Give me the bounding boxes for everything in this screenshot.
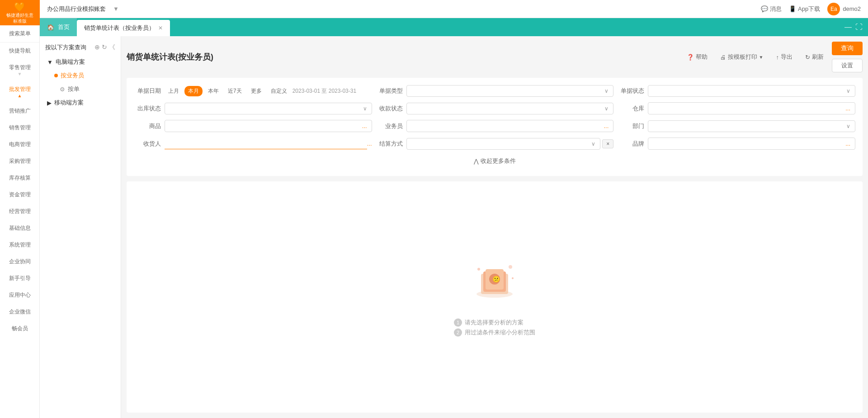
chevron-down-icon6: ∨ [591, 141, 595, 147]
add-scheme-icon[interactable]: ⊕ [94, 43, 100, 52]
collapse-panel-icon[interactable]: 《 [109, 43, 115, 52]
app-logo: 🧡 畅捷通好生意 标准版 [0, 0, 40, 25]
message-link[interactable]: 💬 消息 [761, 5, 782, 13]
sidebar-item-finance[interactable]: 资金管理 [0, 186, 39, 203]
x-icon: × [606, 141, 609, 147]
search-menu[interactable]: 搜索菜单 [0, 25, 39, 43]
sidebar-item-operations[interactable]: 经营管理 [0, 203, 39, 220]
tree-by-order[interactable]: ⚙ 按单 [40, 82, 121, 96]
print-button[interactable]: 🖨 按模板打印 ▼ [716, 51, 768, 63]
salesperson-select[interactable]: ... [406, 120, 614, 132]
sidebar-item-system[interactable]: 系统管理 [0, 237, 39, 253]
app-sub: 标准版 [13, 18, 27, 24]
sidebar-item-apps[interactable]: 应用中心 [0, 287, 39, 304]
sidebar-item-inventory[interactable]: 库存核算 [0, 170, 39, 186]
product-select[interactable]: ... [165, 120, 372, 132]
department-select[interactable]: ∨ [648, 120, 855, 132]
tab-close-icon[interactable]: ✕ [158, 25, 163, 31]
app-download-link[interactable]: 📱 App下载 [789, 5, 820, 13]
sidebar: 🧡 畅捷通好生意 标准版 搜索菜单 零售管理 快捷导航 零售管理 ▼ 批发管理 … [0, 0, 40, 418]
date-this-year[interactable]: 本年 [204, 86, 222, 96]
sidebar-item-member[interactable]: 畅会员 [0, 320, 39, 337]
arrow-right-icon: ▶ [47, 100, 52, 106]
sidebar-item-sales[interactable]: 销售管理 [0, 119, 39, 136]
left-panel: 按以下方案查询 ⊕ ↻ 《 ▼ 电脑端方案 按业务员 ⚙ 按单 [40, 36, 121, 418]
warehouse-label: 仓库 [617, 104, 644, 113]
active-dot [54, 74, 58, 77]
sidebar-item-purchase[interactable]: 采购管理 [0, 153, 39, 170]
date-7days[interactable]: 近7天 [224, 86, 245, 96]
home-icon: 🏠 [47, 24, 54, 31]
help-button[interactable]: ❓ 帮助 [682, 51, 712, 63]
department-label: 部门 [617, 122, 644, 130]
chevron-down-icon3: ∨ [363, 105, 367, 112]
doc-type-label: 单据类型 [376, 87, 403, 95]
date-last-month[interactable]: 上月 [165, 86, 183, 96]
content-area: 按以下方案查询 ⊕ ↻ 《 ▼ 电脑端方案 按业务员 ⚙ 按单 [40, 36, 868, 418]
query-button[interactable]: 查询 [832, 42, 863, 55]
refresh-icon: ↻ [805, 54, 810, 61]
right-panel: 销货单统计表(按业务员) ❓ 帮助 🖨 按模板打印 ▼ ↑ 导出 [121, 36, 868, 418]
page-header: 销货单统计表(按业务员) ❓ 帮助 🖨 按模板打印 ▼ ↑ 导出 [127, 42, 863, 72]
maximize-icon[interactable]: ⛶ [855, 23, 863, 31]
hint2-num: 2 [454, 328, 462, 337]
date-more[interactable]: 更多 [247, 86, 265, 96]
warehouse-select[interactable]: ... [648, 102, 855, 114]
settlement-select[interactable]: ∨ [406, 138, 601, 150]
receiver-more-icon[interactable]: ... [367, 140, 372, 147]
sidebar-item-retail[interactable]: 零售管理 ▼ [0, 59, 39, 81]
topbar: 办公用品行业模拟账套 ▼ 💬 消息 📱 App下载 Ea demo2 [40, 0, 868, 18]
more-icon3: ... [604, 123, 609, 129]
settlement-label: 结算方式 [376, 140, 403, 148]
mobile-icon: 📱 [789, 5, 796, 12]
brand-select[interactable]: ... [648, 138, 855, 150]
refresh-button[interactable]: ↻ 刷新 [801, 51, 828, 63]
sidebar-item-basic[interactable]: 基础信息 [0, 220, 39, 237]
salesperson-label: 业务员 [376, 122, 403, 130]
sidebar-item-ecommerce[interactable]: 电商管理 [0, 136, 39, 153]
tabbar: 🏠 首页 销货单统计表（按业务员） ✕ — ⛶ [40, 18, 868, 36]
settings-button[interactable]: 设置 [832, 59, 863, 72]
empty-state: 😕 1 请先选择要分析的方案 2 用过滤条件来缩小分析范围 [127, 181, 863, 413]
receiver-input[interactable] [165, 138, 367, 149]
tree-mobile[interactable]: ▶ 移动端方案 [40, 96, 121, 109]
date-custom[interactable]: 自定义 [267, 86, 291, 96]
date-field: 上月 本月 本年 近7天 更多 自定义 2023-03-01 至 2023-03… [165, 86, 372, 96]
tree-by-salesperson[interactable]: 按业务员 [40, 69, 121, 82]
filter-card: 单据日期 上月 本月 本年 近7天 更多 自定义 2023-03-01 至 20… [127, 78, 863, 176]
topbar-dropdown-icon[interactable]: ▼ [113, 5, 119, 12]
refresh-scheme-icon[interactable]: ↻ [102, 43, 107, 52]
settlement-clear-tag[interactable]: × [602, 139, 613, 148]
sidebar-item-enterprise[interactable]: 企业协同 [0, 253, 39, 270]
logo-icon: 🧡 [14, 1, 25, 12]
out-status-label: 出库状态 [134, 104, 161, 113]
topbar-right: 💬 消息 📱 App下载 Ea demo2 [761, 3, 861, 15]
payment-status-label: 收款状态 [376, 104, 403, 113]
brand-label: 品牌 [617, 140, 644, 148]
tree-desktop[interactable]: ▼ 电脑端方案 [40, 55, 121, 69]
app-name: 畅捷通好生意 [6, 12, 33, 18]
more-icon4: ... [845, 140, 850, 147]
tab-home[interactable]: 🏠 首页 [40, 18, 77, 36]
sidebar-item-newbie[interactable]: 新手引导 [0, 270, 39, 287]
collapse-bar[interactable]: ⋀ 收起更多条件 [134, 153, 855, 169]
sidebar-item-wechat[interactable]: 企业微信 [0, 304, 39, 320]
receiver-label: 收货人 [134, 140, 161, 148]
date-this-month[interactable]: 本月 [184, 86, 203, 96]
minimize-icon[interactable]: — [844, 23, 852, 31]
sidebar-item-marketing[interactable]: 营销推广 [0, 103, 39, 119]
sidebar-item-wholesale[interactable]: 批发管理 ▲ [0, 81, 39, 103]
empty-illustration: 😕 [467, 256, 522, 309]
user-avatar-area[interactable]: Ea demo2 [827, 3, 861, 15]
export-button[interactable]: ↑ 导出 [772, 51, 797, 63]
sidebar-item-quick-nav[interactable]: 零售管理 快捷导航 [0, 43, 39, 59]
export-icon: ↑ [776, 54, 779, 61]
payment-status-select[interactable]: ∨ [406, 103, 614, 114]
left-panel-header: 按以下方案查询 ⊕ ↻ 《 [40, 40, 121, 55]
tab-sales-stat[interactable]: 销货单统计表（按业务员） ✕ [77, 20, 170, 36]
empty-hints: 1 请先选择要分析的方案 2 用过滤条件来缩小分析范围 [454, 317, 535, 338]
print-dropdown-icon: ▼ [759, 55, 764, 60]
out-status-select[interactable]: ∨ [165, 103, 372, 114]
doc-status-select[interactable]: ∨ [648, 85, 855, 97]
doc-type-select[interactable]: ∨ [406, 85, 614, 97]
